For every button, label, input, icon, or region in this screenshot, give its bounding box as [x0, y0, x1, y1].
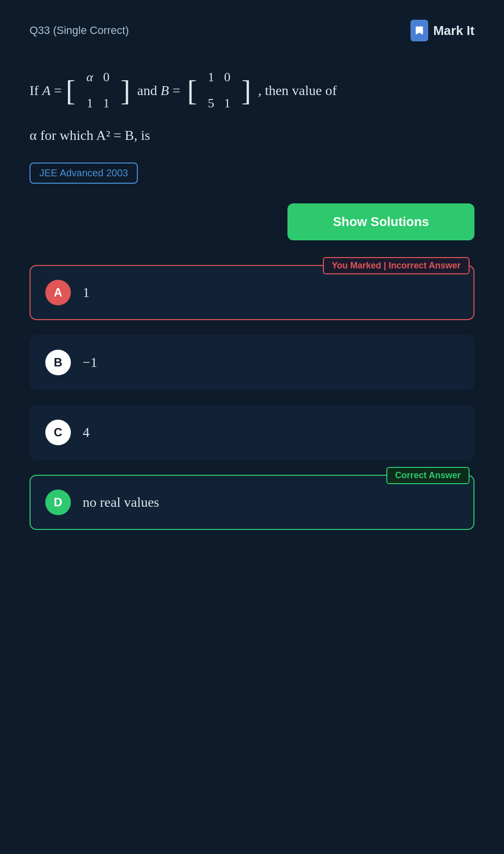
option-d-circle: D: [45, 490, 71, 515]
tag-container: JEE Advanced 2003: [30, 163, 474, 184]
matrix-b-left-bracket: [: [187, 76, 197, 105]
question-label: Q33 (Single Correct): [30, 24, 129, 37]
show-solutions-container: Show Solutions: [30, 203, 474, 240]
bookmark-icon: [410, 20, 428, 41]
matrix-b-cell-10: 5: [208, 92, 214, 115]
mark-it-button[interactable]: Mark It: [410, 20, 474, 41]
matrix-a-right-bracket: ]: [121, 76, 130, 105]
option-c-wrapper: C 4: [30, 405, 474, 460]
option-c-value: 4: [83, 425, 90, 440]
options-container: You Marked | Incorrect Answer A 1 B −1: [30, 265, 474, 530]
option-b-circle: B: [45, 350, 71, 375]
page-container: Q33 (Single Correct) Mark It If A = [ α …: [0, 0, 504, 550]
option-b-card[interactable]: B −1: [30, 335, 474, 390]
question-body: If A = [ α 0 1 1 ] and B = [ 1 0 5 1 ] ,…: [30, 61, 474, 148]
matrix-a-left-bracket: [: [66, 76, 76, 105]
mark-it-label: Mark It: [433, 23, 474, 38]
question-line2-text: α for which A² = B, is: [30, 128, 150, 143]
option-d-tag: Correct Answer: [386, 467, 470, 484]
matrix-a-cell-00: α: [87, 66, 94, 89]
matrix-a-cell-01: 0: [103, 66, 110, 89]
show-solutions-button[interactable]: Show Solutions: [287, 203, 474, 240]
matrix-b-cell-11: 1: [224, 92, 230, 115]
matrix-b-right-bracket: ]: [241, 76, 251, 105]
header: Q33 (Single Correct) Mark It: [30, 20, 474, 41]
option-d-value: no real values: [83, 494, 159, 510]
option-b-value: −1: [83, 355, 97, 370]
option-a-value: 1: [83, 285, 90, 300]
jee-tag: JEE Advanced 2003: [30, 163, 138, 184]
option-a-circle: A: [45, 280, 71, 305]
question-prefix: If A =: [30, 78, 62, 103]
option-a-wrapper: You Marked | Incorrect Answer A 1: [30, 265, 474, 320]
question-line2: α for which A² = B, is: [30, 123, 474, 148]
matrix-a-cell-10: 1: [87, 92, 94, 115]
question-line1: If A = [ α 0 1 1 ] and B = [ 1 0 5 1 ] ,…: [30, 61, 474, 120]
option-b-wrapper: B −1: [30, 335, 474, 390]
conjunction: and B =: [137, 78, 180, 103]
matrix-b: 1 0 5 1: [201, 61, 237, 120]
option-c-circle: C: [45, 420, 71, 445]
matrix-a: α 0 1 1: [80, 61, 117, 120]
option-c-card[interactable]: C 4: [30, 405, 474, 460]
question-suffix: , then value of: [258, 78, 337, 103]
matrix-b-cell-00: 1: [208, 66, 214, 89]
matrix-a-cell-11: 1: [103, 92, 110, 115]
matrix-b-cell-01: 0: [224, 66, 230, 89]
option-a-tag: You Marked | Incorrect Answer: [323, 257, 470, 274]
option-d-wrapper: Correct Answer D no real values: [30, 475, 474, 530]
